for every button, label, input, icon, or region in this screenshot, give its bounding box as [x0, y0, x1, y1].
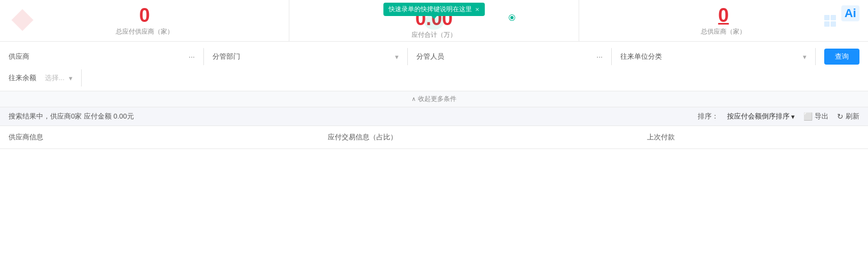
person-label: 分管人员 — [416, 52, 444, 61]
col-supplier-info: 供应商信息 — [9, 132, 328, 142]
stat-total-suppliers-label: 总供应商（家） — [701, 27, 746, 36]
balance-placeholder: 选择... — [45, 73, 65, 83]
stat-total-suppliers-number: 0 — [718, 5, 729, 26]
filter-balance: 往来余额 选择... ▾ — [9, 69, 82, 87]
refresh-icon: ↻ — [837, 112, 843, 121]
query-button[interactable]: 查询 — [824, 49, 859, 65]
collapse-bar: ∧ 收起更多条件 — [0, 91, 868, 107]
sort-label: 排序： — [698, 112, 719, 121]
collapse-button[interactable]: ∧ 收起更多条件 — [412, 95, 456, 104]
filter-supplier: 供应商 ··· — [9, 48, 204, 65]
supplier-more-btn[interactable]: ··· — [188, 52, 195, 61]
unit-category-label: 往来单位分类 — [620, 52, 662, 61]
tooltip-close-btn[interactable]: × — [475, 6, 479, 13]
filter-bar: 供应商 ··· 分管部门 ▾ 分管人员 ··· 往来单位分类 ▾ 查询 往来余额 — [0, 42, 868, 91]
stat-payable-amount-label: 应付合计（万） — [412, 30, 456, 40]
person-input[interactable] — [448, 53, 596, 61]
diamond-icon — [11, 8, 34, 32]
tooltip-text: 快速录单的快捭键说明在这里 — [389, 5, 472, 14]
tooltip-dot — [509, 15, 515, 20]
balance-dropdown-icon[interactable]: ▾ — [69, 74, 73, 82]
collapse-up-icon: ∧ — [412, 96, 416, 103]
supplier-label: 供应商 — [9, 52, 29, 61]
person-more-btn[interactable]: ··· — [596, 52, 603, 61]
sort-select[interactable]: 按应付会额倒序排序 ▾ — [727, 112, 795, 121]
supplier-input[interactable] — [34, 53, 188, 61]
department-dropdown-icon[interactable]: ▾ — [395, 53, 399, 61]
results-bar: 搜索结果中，供应商0家 应付金额 0.00元 排序： 按应付会额倒序排序 ▾ ⬜… — [0, 107, 868, 126]
col-last-payment: 上次付款 — [647, 132, 860, 142]
table-body — [0, 149, 868, 275]
unit-category-dropdown-icon[interactable]: ▾ — [803, 53, 807, 61]
unit-category-input[interactable] — [666, 53, 803, 61]
table-header: 供应商信息 应付交易信息（占比） 上次付款 — [0, 126, 868, 149]
results-info-text: 搜索结果中，供应商0家 应付金额 0.00元 — [9, 112, 134, 121]
balance-label: 往来余额 — [9, 73, 36, 83]
filter-department: 分管部门 ▾ — [204, 48, 408, 65]
department-label: 分管部门 — [212, 52, 240, 61]
department-input[interactable] — [244, 53, 395, 61]
stat-total-payable-suppliers: 0 总应付供应商（家） — [0, 0, 289, 41]
top-stats-bar: 0 总应付供应商（家） 快速录单的快捭键说明在这里 × 0.00 应付合计（万） — [0, 0, 868, 42]
stat-total-payable-amount: 快速录单的快捭键说明在这里 × 0.00 应付合计（万） — [289, 0, 579, 41]
export-label: 导出 — [815, 112, 828, 121]
stat-payable-suppliers-number: 0 — [139, 5, 150, 26]
col-transaction-info: 应付交易信息（占比） — [328, 132, 647, 142]
filter-unit-category: 往来单位分类 ▾ — [612, 48, 816, 65]
stat-total-suppliers: Ai 0 总供应商（家） — [579, 0, 868, 41]
sort-chevron-icon: ▾ — [791, 113, 795, 121]
grid-decoration — [824, 15, 836, 27]
refresh-label: 刷新 — [846, 112, 859, 121]
sort-value: 按应付会额倒序排序 — [727, 112, 790, 121]
filter-person: 分管人员 ··· — [408, 48, 612, 65]
ai-badge: Ai — [841, 5, 859, 21]
export-button[interactable]: ⬜ 导出 — [803, 112, 828, 121]
filter-row-2: 往来余额 选择... ▾ — [9, 69, 859, 87]
filter-row-1: 供应商 ··· 分管部门 ▾ 分管人员 ··· 往来单位分类 ▾ 查询 — [9, 48, 859, 65]
refresh-button[interactable]: ↻ 刷新 — [837, 112, 859, 121]
stat-payable-suppliers-label: 总应付供应商（家） — [116, 27, 173, 36]
export-icon: ⬜ — [803, 112, 812, 121]
shortcut-tooltip: 快速录单的快捭键说明在这里 × — [383, 3, 485, 16]
collapse-label: 收起更多条件 — [418, 95, 456, 104]
results-actions: 排序： 按应付会额倒序排序 ▾ ⬜ 导出 ↻ 刷新 — [698, 112, 859, 121]
